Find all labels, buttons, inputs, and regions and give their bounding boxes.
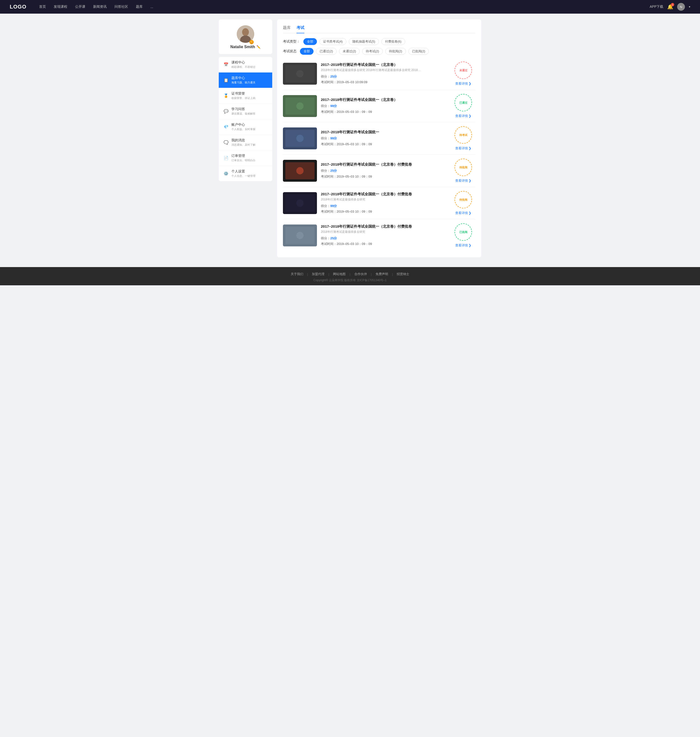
- notification-bell[interactable]: 🔔 1: [667, 4, 673, 10]
- nav-questionbank[interactable]: 题库: [136, 4, 143, 9]
- exam-detail-link[interactable]: 查看详情 ❯: [455, 211, 472, 215]
- menu-icon-7: ⚙️: [224, 171, 228, 176]
- sidebar-item-7[interactable]: ⚙️ 个人设置 个人信息、一键管理: [219, 166, 272, 181]
- app-download-button[interactable]: APP下载: [650, 4, 663, 9]
- exam-action: 待批阅 查看详情 ❯: [451, 191, 475, 215]
- exam-detail-link[interactable]: 查看详情 ❯: [455, 146, 472, 150]
- exam-item-4: 2017–2018年行测证件考试全国统一（北京卷）付费批卷 得分：25分 考试时…: [283, 155, 475, 187]
- exam-action: 待考试 查看详情 ❯: [451, 126, 475, 150]
- menu-sub-3: 课后重温、疑难解答: [231, 112, 256, 115]
- status-filter-row: 考试状态 全部已通过(2)未通过(2)待考试(2)待批阅(2)已批阅(2): [283, 48, 475, 55]
- menu-icon-3: 💬: [224, 109, 228, 114]
- exam-detail-link[interactable]: 查看详情 ❯: [455, 114, 472, 118]
- exam-list: 2017–2018年行测证件考试全国统一（北京卷） 2018年行测考试是最值得多…: [283, 57, 475, 252]
- type-filter-1[interactable]: 证书类考试(4): [319, 38, 346, 45]
- exam-detail-link[interactable]: 查看详情 ❯: [455, 178, 472, 183]
- menu-sub-1: 海量习题、助力通关: [231, 81, 256, 84]
- exam-title: 2017–2018年行测证件考试全国统一（北京卷）付费批卷: [321, 192, 447, 196]
- thumb-image: [283, 192, 317, 214]
- exam-score: 得分：25分: [321, 236, 447, 241]
- footer-link-5[interactable]: 招贤纳士: [397, 272, 409, 276]
- exam-score-value: 25分: [330, 75, 337, 78]
- exam-time: 考试时间：2019–05–03 10：09：09: [321, 174, 447, 179]
- svg-point-11: [296, 135, 304, 142]
- footer-links: 关于我们|加盟代理|网站地图|合作伙伴|免费声明|招贤纳士: [0, 272, 700, 276]
- user-name-row: Natalie Smith ✏️: [223, 45, 268, 49]
- nav-home[interactable]: 首页: [39, 4, 46, 9]
- type-filter-label: 考试类型：: [283, 40, 300, 44]
- status-filter-1[interactable]: 已通过(2): [316, 48, 337, 55]
- svg-point-1: [242, 28, 249, 36]
- status-filter-0[interactable]: 全部: [300, 48, 313, 55]
- sidebar-item-0[interactable]: 📅 课程中心 精彩课程、不容错过: [219, 57, 272, 72]
- exam-item-5: 2017–2018年行测证件考试全国统一（北京卷）付费批卷 2018年行测考试是…: [283, 187, 475, 220]
- sidebar-item-4[interactable]: 💎 账户中心 个人权益、实时掌握: [219, 119, 272, 135]
- menu-icon-2: 🏅: [224, 93, 228, 98]
- menu-icon-6: 📄: [224, 156, 228, 161]
- footer-link-2[interactable]: 网站地图: [333, 272, 346, 276]
- type-filter-2[interactable]: 随机抽题考试(5): [349, 38, 379, 45]
- exam-time: 考试时间：2019–05–03 10：09：09: [321, 241, 447, 247]
- exam-item-2: 2017–2018年行测证件考试全国统一（北京卷） 得分：99分 考试时间：20…: [283, 90, 475, 122]
- user-menu-arrow[interactable]: ▾: [689, 5, 690, 9]
- menu-sub-5: 消息通知、及时了解: [231, 143, 256, 147]
- sidebar-item-2[interactable]: 🏅 证书荣誉 收获荣誉、持证上岗: [219, 88, 272, 104]
- exam-info: 2017–2018年行测证件考试全国统一（北京卷）付费批卷 2018年行测考试是…: [321, 192, 447, 215]
- footer-sep-1: |: [328, 273, 329, 276]
- sidebar-item-3[interactable]: 💬 学习问答 课后重温、疑难解答: [219, 104, 272, 119]
- footer-link-4[interactable]: 免费声明: [375, 272, 388, 276]
- edit-icon[interactable]: ✏️: [256, 45, 260, 49]
- notification-count: 1: [671, 3, 674, 6]
- exam-thumbnail: [283, 192, 317, 214]
- footer-link-0[interactable]: 关于我们: [291, 272, 303, 276]
- exam-item-6: 2017–2018年行测证件考试全国统一（北京卷）付费批卷 2018年行测考试是…: [283, 220, 475, 252]
- exam-detail-link[interactable]: 查看详情 ❯: [455, 243, 472, 248]
- thumb-image: [283, 127, 317, 149]
- exam-detail-link[interactable]: 查看详情 ❯: [455, 81, 472, 86]
- footer-link-1[interactable]: 加盟代理: [312, 272, 325, 276]
- type-filter-3[interactable]: 付费批卷(6): [381, 38, 405, 45]
- exam-score-value: 99分: [330, 104, 337, 108]
- sidebar-profile: 🏆 Natalie Smith ✏️: [219, 19, 272, 54]
- nav-news[interactable]: 新闻资讯: [93, 4, 107, 9]
- menu-title-4: 账户中心: [231, 122, 256, 127]
- avatar[interactable]: N: [677, 3, 685, 11]
- exam-score-value: 25分: [330, 236, 337, 240]
- sidebar-item-1[interactable]: 📋 题库中心 海量习题、助力通关: [219, 72, 272, 88]
- svg-point-17: [296, 199, 304, 207]
- sidebar-item-6[interactable]: 📄 订单管理 订单支出、明明白白: [219, 150, 272, 166]
- status-filter-5[interactable]: 已批阅(2): [408, 48, 429, 55]
- type-filter-0[interactable]: 全部: [303, 38, 317, 45]
- sidebar-item-5[interactable]: 🗨️ 我的消息 消息通知、及时了解: [219, 135, 272, 150]
- footer-link-3[interactable]: 合作伙伴: [354, 272, 367, 276]
- nav-opencourse[interactable]: 公开课: [75, 4, 85, 9]
- logo: LOGO: [10, 4, 26, 10]
- exam-stamp: 未通过: [454, 62, 472, 79]
- menu-title-3: 学习问答: [231, 107, 256, 111]
- status-filter-2[interactable]: 未通过(2): [339, 48, 360, 55]
- tab-考试[interactable]: 考试: [297, 25, 304, 33]
- exam-score: 得分：99分: [321, 136, 447, 141]
- menu-icon-0: 📅: [224, 62, 228, 67]
- exam-action: 未通过 查看详情 ❯: [451, 62, 475, 86]
- menu-sub-6: 订单支出、明明白白: [231, 159, 256, 162]
- nav-discover[interactable]: 发现课程: [54, 4, 67, 9]
- type-filter-row: 考试类型： 全部证书类考试(4)随机抽题考试(5)付费批卷(6): [283, 38, 475, 45]
- sidebar: 🏆 Natalie Smith ✏️ 📅 课程中心 精彩课程、不容错过 📋 题库…: [219, 19, 272, 257]
- menu-title-0: 课程中心: [231, 60, 256, 65]
- exam-time: 考试时间：2019–05–03 10：09：09: [321, 209, 447, 214]
- menu-icon-1: 📋: [224, 78, 228, 83]
- thumb-image: [283, 95, 317, 117]
- status-filter-4[interactable]: 待批阅(2): [385, 48, 406, 55]
- exam-score: 得分：25分: [321, 74, 447, 79]
- tab-题库[interactable]: 题库: [283, 25, 291, 33]
- exam-thumbnail: [283, 127, 317, 149]
- footer-sep-4: |: [392, 273, 393, 276]
- nav-right: APP下载 🔔 1 N ▾: [650, 3, 690, 11]
- nav-qa[interactable]: 问答社区: [115, 4, 128, 9]
- exam-title: 2017–2018年行测证件考试全国统一（北京卷）: [321, 97, 447, 102]
- exam-thumbnail: [283, 63, 317, 85]
- nav-more[interactable]: ...: [150, 5, 153, 9]
- status-filter-3[interactable]: 待考试(2): [362, 48, 383, 55]
- exam-title: 2017–2018年行测证件考试全国统一: [321, 130, 447, 134]
